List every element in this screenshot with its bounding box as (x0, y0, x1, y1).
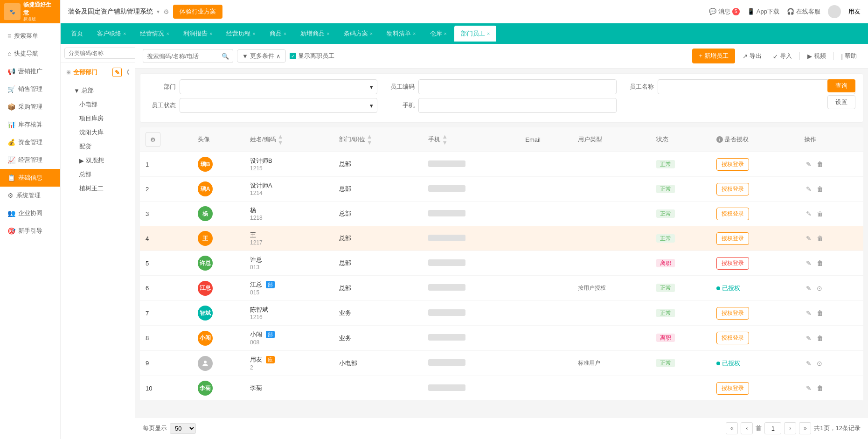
next-page-button[interactable]: › (784, 422, 796, 434)
copy-button[interactable]: ⊙ (815, 359, 824, 368)
delete-button[interactable]: 🗑 (815, 160, 825, 169)
dept-search-input[interactable] (64, 48, 135, 59)
auth-button[interactable]: 授权登录 (716, 382, 749, 395)
first-page-button[interactable]: « (726, 422, 738, 434)
dept-filter-select[interactable]: ▾ (180, 79, 377, 94)
dept-tree-item-project-storage[interactable]: 项目库房 (61, 111, 135, 125)
video-button[interactable]: ▶ 视频 (804, 50, 830, 62)
edit-button[interactable]: ✎ (804, 160, 813, 169)
edit-button[interactable]: ✎ (804, 308, 813, 318)
query-button[interactable]: 查询 (827, 79, 855, 92)
sidebar-item-guide[interactable]: 🎯 新手引导 (0, 222, 60, 240)
dept-tree-item-shenyang[interactable]: 沈阳大库 (61, 125, 135, 139)
message-button[interactable]: 💬 消息 5 (709, 7, 740, 16)
export-button[interactable]: ↗ 导出 (739, 50, 765, 62)
tab-bom[interactable]: 物料清单 × (380, 26, 422, 42)
sidebar-item-quick-nav[interactable]: ⌂ 快捷导航 (0, 45, 60, 63)
tab-profit[interactable]: 利润报告 × (177, 26, 219, 42)
show-resigned-checkbox[interactable]: ✓ 显示离职员工 (290, 52, 334, 60)
tab-close-icon[interactable]: × (166, 31, 169, 36)
tab-close-icon[interactable]: × (284, 31, 286, 36)
prev-page-button[interactable]: ‹ (741, 422, 753, 434)
more-filter-button[interactable]: ▼ 更多条件 ∧ (237, 49, 286, 63)
edit-button[interactable]: ✎ (804, 284, 813, 293)
current-page-input[interactable] (764, 422, 781, 434)
edit-button[interactable]: ✎ (804, 359, 813, 368)
copy-button[interactable]: ⊙ (815, 284, 824, 293)
tab-close-icon[interactable]: × (252, 31, 255, 36)
tab-close-icon[interactable]: × (326, 31, 329, 36)
sidebar-item-basic-info[interactable]: 📋 基础信息 (0, 169, 60, 187)
tab-barcode[interactable]: 条码方案 × (337, 26, 379, 42)
dept-edit-button[interactable]: ✎ (112, 68, 122, 77)
employee-search-input[interactable] (147, 53, 222, 60)
sidebar-item-system[interactable]: ⚙ 系统管理 (0, 187, 60, 204)
col-dept-sort[interactable]: 部门/职位 ▲▼ (339, 133, 417, 146)
dept-tree-item-headquarters-parent[interactable]: ▼ 总部 (61, 84, 135, 98)
auth-button[interactable]: 授权登录 (716, 158, 749, 171)
delete-button[interactable]: 🗑 (815, 308, 825, 318)
dept-tree-item-planting-king[interactable]: 植树王二 (61, 181, 135, 195)
delete-button[interactable]: 🗑 (815, 184, 825, 194)
tab-close-icon[interactable]: × (487, 31, 490, 36)
edit-button[interactable]: ✎ (804, 334, 813, 343)
tab-close-icon[interactable]: × (413, 31, 416, 36)
collapse-icon[interactable]: 《 (124, 69, 129, 77)
edit-button[interactable]: ✎ (804, 258, 813, 268)
last-page-button[interactable]: » (799, 422, 811, 434)
auth-button[interactable]: 授权登录 (716, 232, 749, 245)
sidebar-item-operations[interactable]: 📈 经营管理 (0, 151, 60, 169)
sidebar-item-marketing[interactable]: 📢 营销推广 (0, 63, 60, 80)
tab-close-icon[interactable]: × (444, 31, 447, 36)
tab-operations[interactable]: 经营情况 × (133, 26, 175, 42)
column-settings-button[interactable]: ⚙ (146, 132, 160, 147)
edit-button[interactable]: ✎ (804, 184, 813, 194)
dept-tree-item-small-elec[interactable]: 小电部 (61, 98, 135, 111)
delete-button[interactable]: 🗑 (815, 258, 825, 268)
service-button[interactable]: 🎧 在线客服 (787, 7, 820, 16)
delete-button[interactable]: 🗑 (815, 234, 825, 243)
add-employee-button[interactable]: + 新增员工 (692, 49, 735, 63)
tab-add-goods[interactable]: 新增商品 × (294, 26, 336, 42)
tab-warehouse[interactable]: 仓库 × (424, 26, 453, 42)
col-phone-sort[interactable]: 手机 ▲▼ (428, 133, 514, 146)
delete-button[interactable]: 🗑 (815, 334, 825, 343)
tab-goods[interactable]: 商品 × (263, 26, 293, 42)
emp-name-input[interactable] (658, 79, 855, 94)
sidebar-item-finance[interactable]: 💰 资金管理 (0, 133, 60, 151)
auth-button[interactable]: 授权登录 (716, 208, 749, 220)
app-download-button[interactable]: 📱 App下载 (747, 7, 779, 16)
tab-history[interactable]: 经营历程 × (220, 26, 262, 42)
user-avatar[interactable] (828, 5, 841, 18)
dept-tree-item-headquarters[interactable]: 总部 (61, 167, 135, 181)
col-name-sort[interactable]: 姓名/编码 ▲▼ (250, 133, 328, 146)
sidebar-item-search[interactable]: ≡ 搜索菜单 (0, 27, 60, 45)
sidebar-item-sales[interactable]: 🛒 销售管理 (0, 80, 60, 98)
auth-button[interactable]: 授权登录 (716, 257, 749, 270)
delete-button[interactable]: 🗑 (815, 209, 825, 218)
tab-close-icon[interactable]: × (209, 31, 212, 36)
tab-department[interactable]: 部门员工 × (454, 26, 496, 42)
trial-button[interactable]: 体验行业方案 (173, 5, 222, 19)
phone-input[interactable] (418, 98, 616, 113)
auth-button[interactable]: 授权登录 (716, 332, 749, 344)
edit-button[interactable]: ✎ (804, 209, 813, 218)
edit-button[interactable]: ✎ (804, 383, 813, 393)
sidebar-item-inventory[interactable]: 📊 库存核算 (0, 116, 60, 133)
dept-tree-item-dual-deer[interactable]: ▶ 双鹿想 (61, 153, 135, 167)
tab-close-icon[interactable]: × (123, 31, 126, 36)
page-size-select[interactable]: 50 100 200 (170, 423, 196, 434)
sidebar-item-enterprise[interactable]: 👥 企业协同 (0, 204, 60, 222)
dept-tree-item-distribution[interactable]: 配货 (61, 139, 135, 153)
emp-code-input[interactable] (418, 79, 616, 94)
tab-close-icon[interactable]: × (370, 31, 373, 36)
reset-button[interactable]: 设置 (827, 95, 855, 109)
tab-home[interactable]: 首页 (64, 26, 90, 42)
help-button[interactable]: | 帮助 (838, 50, 861, 62)
delete-button[interactable]: 🗑 (815, 383, 825, 393)
sidebar-item-purchase[interactable]: 📦 采购管理 (0, 98, 60, 116)
auth-button[interactable]: 授权登录 (716, 307, 749, 320)
tab-customer[interactable]: 客户联络 × (90, 26, 132, 42)
import-button[interactable]: ↙ 导入 (769, 50, 796, 62)
emp-status-select[interactable]: ▾ (180, 98, 377, 113)
